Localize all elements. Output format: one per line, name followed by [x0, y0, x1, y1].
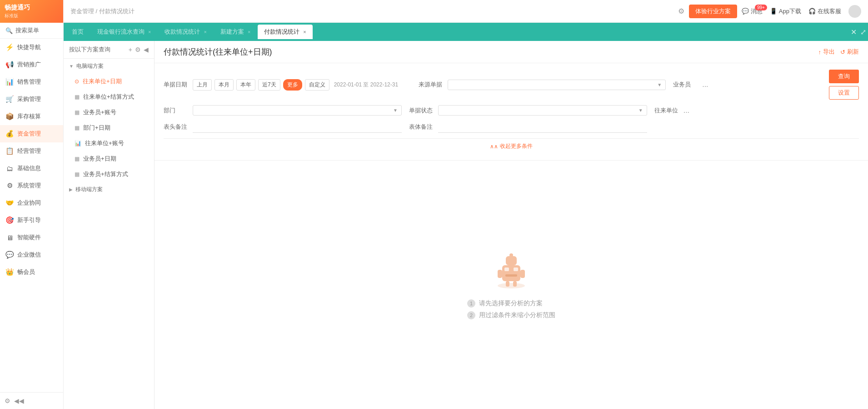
- settings-scheme-btn[interactable]: ⚙: [135, 46, 141, 53]
- query-btn[interactable]: 查询: [829, 70, 859, 83]
- dept-select[interactable]: ▼: [193, 105, 402, 116]
- sidebar-item-wechat[interactable]: 💬 企业微信: [0, 246, 63, 263]
- topbar-message-btn[interactable]: 💬 消息 99+: [742, 7, 763, 15]
- system-icon: ⚙: [5, 182, 14, 190]
- sidebar-item-inventory[interactable]: 📦 库存核算: [0, 108, 63, 125]
- sidebar-item-system[interactable]: ⚙ 系统管理: [0, 177, 63, 194]
- filter-settings-btn[interactable]: 设置: [829, 86, 859, 100]
- mobile-scheme-group: ▶ 移动端方案: [64, 182, 154, 197]
- tab-close-all-btn[interactable]: ✕: [851, 28, 857, 36]
- mobile-group-title[interactable]: ▶ 移动端方案: [64, 182, 154, 197]
- scheme-item-label: 业务员+账号: [83, 108, 116, 116]
- service-label: 在线客服: [818, 7, 841, 15]
- tab-new-scheme[interactable]: 新建方案 ×: [214, 25, 257, 39]
- date-btn-7days[interactable]: 近7天: [258, 79, 280, 91]
- tab-payment[interactable]: 付款情况统计 ×: [258, 25, 312, 39]
- sales-icon: 📊: [5, 78, 14, 86]
- tab-maximize-btn[interactable]: ⤢: [860, 28, 866, 36]
- desktop-scheme-group: ▼ 电脑端方案 ⊙ 往来单位+日期 ▦ 往来单位+结算方式 ▦ 业务员+账号 ▦: [64, 59, 154, 182]
- page-title: 付款情况统计(往来单位+日期): [164, 46, 272, 57]
- collapse-conditions-btn[interactable]: ∧∧ 收起更多条件: [164, 138, 859, 154]
- date-btn-this-year[interactable]: 本年: [236, 79, 255, 91]
- desktop-group-arrow: ▼: [69, 64, 74, 69]
- topbar-right: 💬 消息 99+ 📱 App下载 🎧 在线客服: [742, 5, 861, 18]
- right-main: 付款情况统计(往来单位+日期) ↑ 导出 ↺ 刷新 单: [155, 41, 868, 409]
- sidebar-item-basic-info[interactable]: 🗂 基础信息: [0, 160, 63, 177]
- tab-home-label: 首页: [72, 28, 84, 36]
- app-icon: 📱: [770, 8, 777, 15]
- sidebar-item-vip[interactable]: 👑 畅会员: [0, 263, 63, 281]
- collapse-arrow-icon: ∧∧: [490, 143, 498, 150]
- collapse-panel-btn[interactable]: ◀: [144, 46, 149, 53]
- sidebar-collapse-btn[interactable]: ◀◀: [14, 397, 24, 404]
- sidebar-item-marketing[interactable]: 📢 营销推广: [0, 56, 63, 73]
- tab-payment-close[interactable]: ×: [303, 29, 306, 35]
- sidebar-version: 标准版: [5, 13, 30, 19]
- export-btn[interactable]: ↑ 导出: [818, 48, 835, 56]
- sidebar-item-label: 企业微信: [17, 251, 41, 259]
- svg-rect-10: [513, 281, 517, 287]
- sidebar-item-sales[interactable]: 📊 销售管理: [0, 73, 63, 91]
- sidebar-item-hardware[interactable]: 🖥 智能硬件: [0, 229, 63, 246]
- staff-label: 业务员: [673, 81, 698, 89]
- sidebar-settings-btn[interactable]: ⚙: [5, 397, 10, 404]
- filter-unit-item: 往来单位 ...: [654, 106, 797, 115]
- sidebar-item-enterprise[interactable]: 🤝 企业协同: [0, 194, 63, 212]
- page-header: 付款情况统计(往来单位+日期) ↑ 导出 ↺ 刷新: [155, 41, 868, 63]
- date-btn-more[interactable]: 更多: [283, 79, 302, 91]
- scheme-item-dept-date[interactable]: ▦ 部门+日期: [64, 120, 154, 136]
- scheme-item-staff-date[interactable]: ▦ 业务员+日期: [64, 151, 154, 167]
- scheme-item-unit-account[interactable]: 📊 往来单位+账号: [64, 136, 154, 151]
- app-label: App下载: [779, 7, 801, 15]
- sidebar-item-label: 新手引导: [17, 216, 41, 224]
- sidebar-item-label: 企业协同: [17, 199, 41, 207]
- sidebar-item-quick-nav[interactable]: ⚡ 快捷导航: [0, 39, 63, 56]
- add-scheme-btn[interactable]: +: [129, 46, 132, 53]
- sidebar-item-purchase[interactable]: 🛒 采购管理: [0, 91, 63, 108]
- source-select[interactable]: ▼: [448, 80, 666, 90]
- scheme-item-unit-date[interactable]: ⊙ 往来单位+日期: [64, 74, 154, 89]
- tab-home[interactable]: 首页: [65, 25, 90, 39]
- tab-new-scheme-close[interactable]: ×: [248, 29, 250, 35]
- scheme-staff-date-icon: ▦: [75, 156, 80, 162]
- date-btn-custom[interactable]: 自定义: [305, 79, 329, 91]
- desktop-group-title[interactable]: ▼ 电脑端方案: [64, 59, 154, 74]
- scheme-item-label: 业务员+日期: [83, 155, 116, 163]
- sidebar-search-item[interactable]: 🔍 搜索菜单: [0, 23, 63, 39]
- sidebar-logo-text: 畅捷通巧: [5, 4, 30, 12]
- sidebar-item-operation[interactable]: 📋 经营管理: [0, 142, 63, 160]
- date-btn-last-month[interactable]: 上月: [193, 79, 212, 91]
- tab-bank-close[interactable]: ×: [148, 29, 151, 35]
- trial-btn[interactable]: 体验行业方案: [689, 5, 737, 18]
- guide-icon: 🎯: [5, 216, 14, 224]
- sidebar-logo: 畅捷通巧 标准版: [5, 4, 30, 19]
- sidebar-header: 畅捷通巧 标准版: [0, 0, 63, 23]
- header-note-input[interactable]: [193, 121, 402, 133]
- tab-receive-close[interactable]: ×: [204, 29, 206, 35]
- sidebar-item-guide[interactable]: 🎯 新手引导: [0, 212, 63, 229]
- body-note-input[interactable]: [438, 121, 647, 133]
- sidebar: 畅捷通巧 标准版 🔍 搜索菜单 ⚡ 快捷导航 📢 营销推广 📊 销售管理 🛒 采…: [0, 0, 64, 409]
- scheme-item-label: 往来单位+账号: [85, 139, 124, 147]
- refresh-btn[interactable]: ↺ 刷新: [840, 48, 859, 56]
- unit-ellipsis[interactable]: ...: [683, 106, 689, 115]
- basic-info-icon: 🗂: [5, 164, 14, 172]
- topbar-app-btn[interactable]: 📱 App下载: [770, 7, 801, 15]
- sidebar-item-capital[interactable]: 💰 资金管理: [0, 125, 63, 142]
- scheme-unit-settle-icon: ▦: [75, 94, 80, 100]
- scheme-item-staff-account[interactable]: ▦ 业务员+账号: [64, 105, 154, 120]
- scheme-unit-date-icon: ⊙: [75, 78, 79, 85]
- staff-ellipsis[interactable]: ...: [702, 81, 708, 89]
- scheme-staff-settle-icon: ▦: [75, 171, 80, 177]
- topbar-avatar[interactable]: [848, 5, 861, 18]
- date-btn-this-month[interactable]: 本月: [215, 79, 234, 91]
- topbar-gear-icon[interactable]: ⚙: [678, 7, 684, 15]
- filter-source-item: 来源单据 ▼: [419, 80, 666, 90]
- scheme-item-unit-settle[interactable]: ▦ 往来单位+结算方式: [64, 89, 154, 105]
- tab-receive[interactable]: 收款情况统计 ×: [158, 25, 213, 39]
- tab-bank[interactable]: 现金银行流水查询 ×: [91, 25, 157, 39]
- topbar-service-btn[interactable]: 🎧 在线客服: [808, 7, 841, 15]
- scheme-item-staff-settle[interactable]: ▦ 业务员+结算方式: [64, 167, 154, 182]
- doc-status-select[interactable]: ▼: [438, 105, 647, 116]
- filter-staff-item: 业务员 ...: [673, 81, 822, 89]
